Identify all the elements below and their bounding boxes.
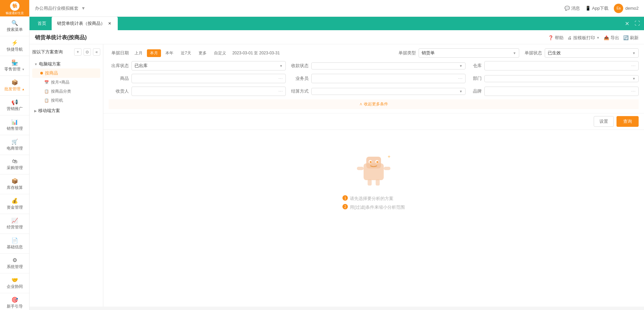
receiver-dots[interactable]: ···	[278, 88, 283, 94]
warehouse-label: 仓库	[468, 63, 482, 69]
warehouse-dots[interactable]: ···	[631, 63, 636, 69]
settings-button[interactable]: 设置	[594, 116, 614, 127]
out-status-select[interactable]: 已出库 ▼	[131, 61, 286, 70]
sidebar-item-inventory[interactable]: 📦 库存核算	[0, 174, 29, 194]
sidebar-item-newbie[interactable]: 🎯 新手引导	[0, 293, 29, 310]
filter-collapse-button[interactable]: «	[93, 48, 100, 56]
filter-settings-button[interactable]: ⊙	[84, 48, 91, 56]
export-button[interactable]: 📤 导出	[604, 35, 619, 41]
sidebar-item-retail[interactable]: 🏪 零售管理 ▼	[0, 56, 29, 76]
date-btn-more[interactable]: 更多	[196, 49, 210, 57]
sidebar-item-sales[interactable]: 📊 销售管理	[0, 115, 29, 135]
body-area: 按以下方案查询 + ⊙ «	[30, 44, 644, 307]
receiver-select[interactable]: ···	[131, 87, 286, 96]
brand-select[interactable]: ···	[484, 87, 639, 96]
retail-icon: 🏪	[1, 59, 28, 66]
sidebar-items: 🔍 搜索菜单 ⚡ 快捷导航 🏪 零售管理 ▼ 📦 批发管理 ▲ 📢 营销推广 📊…	[0, 16, 29, 310]
tab-home[interactable]: 首页	[32, 17, 52, 30]
print-button[interactable]: 🖨 按模板打印 ▼	[568, 35, 600, 41]
doc-status-select[interactable]: 已生效 ▼	[545, 48, 639, 58]
filter-row-3: 商品 ··· 业务员 ··· 部门	[109, 74, 639, 83]
app-dropdown-arrow[interactable]: ▼	[81, 6, 86, 11]
print-dropdown[interactable]: ▼	[596, 36, 600, 40]
svg-point-5	[376, 161, 378, 163]
tree-item-by-driver[interactable]: 📋 按司机	[32, 96, 100, 105]
product-dots[interactable]: ···	[278, 75, 283, 82]
sidebar-item-basics[interactable]: 📄 基础信息	[0, 234, 29, 254]
warehouse-select[interactable]: ···	[484, 61, 639, 70]
date-btn-custom[interactable]: 自定义	[211, 49, 229, 57]
salesperson-select[interactable]: ···	[311, 74, 466, 83]
operations-icon: 📈	[1, 217, 28, 224]
sidebar-item-ecommerce[interactable]: 🛒 电商管理	[0, 135, 29, 155]
sidebar-item-system[interactable]: ⚙ 系统管理	[0, 254, 29, 273]
svg-text:✦: ✦	[387, 154, 391, 159]
query-button[interactable]: 查询	[616, 116, 639, 127]
quicknav-icon: ⚡	[1, 40, 28, 46]
finance-icon: 💰	[1, 198, 28, 204]
product-select[interactable]: ···	[131, 74, 286, 83]
empty-state: ✦ 1 请先选择要分析的方案 2 用[过滤]条件来缩小分析范围	[103, 130, 644, 232]
dept-arrow: ▼	[632, 77, 636, 81]
doc-type-select[interactable]: 销货单 ▼	[419, 48, 519, 58]
hint-num-1: 1	[342, 195, 348, 201]
calendar-icon: 📅	[44, 80, 49, 85]
right-panel: 单据日期 上月 本月 本年 近7天 更多 自定义 20	[103, 44, 644, 307]
sidebar-item-wholesale[interactable]: 📦 批发管理 ▲	[0, 76, 29, 96]
svg-rect-9	[376, 179, 380, 186]
app-download-action[interactable]: 📱 App下载	[585, 5, 608, 11]
out-status-label: 出库状态	[109, 63, 129, 69]
topbar: 办公用品行业模拟账套 ▼ 💬 消息 📱 App下载 Ea demo2	[30, 0, 644, 17]
tree-arrow-right: ▶	[34, 109, 37, 113]
tab-expand-button[interactable]: ⛶	[633, 19, 641, 28]
user-menu[interactable]: Ea demo2	[614, 4, 639, 13]
sidebar-item-quicknav[interactable]: ⚡ 快捷导航	[0, 36, 29, 56]
date-btn-this-month[interactable]: 本月	[147, 49, 161, 57]
filter-panel-icons: + ⊙ «	[74, 48, 100, 56]
sidebar-item-search[interactable]: 🔍 搜索菜单	[0, 16, 29, 36]
dept-label: 部门	[468, 75, 482, 82]
filter-add-button[interactable]: +	[74, 48, 82, 56]
date-btn-this-year[interactable]: 本年	[162, 49, 176, 57]
main-panel: 办公用品行业模拟账套 ▼ 💬 消息 📱 App下载 Ea demo2 首页	[30, 0, 644, 310]
help-button[interactable]: ❓ 帮助	[548, 35, 564, 41]
tree-group-mobile: ▶ 移动端方案	[32, 106, 100, 115]
sidebar-item-purchase[interactable]: 🛍 采购管理	[0, 155, 29, 174]
payment-method-arrow: ▼	[459, 90, 463, 93]
salesperson-dots[interactable]: ···	[458, 75, 463, 82]
sidebar-item-collab[interactable]: 🤝 企业协同	[0, 273, 29, 293]
tree-item-by-product[interactable]: 按商品	[32, 68, 100, 78]
tree-group-mobile-header[interactable]: ▶ 移动端方案	[32, 106, 100, 115]
collab-icon: 🤝	[1, 277, 28, 283]
date-value: 上月 本月 本年 近7天 更多 自定义 2023-03-01 至 2023-03…	[131, 49, 393, 57]
payment-method-select[interactable]: ▼	[311, 88, 466, 95]
empty-hint-1: 1 请先选择要分析的方案	[342, 194, 405, 202]
filter-row-1: 单据日期 上月 本月 本年 近7天 更多 自定义 20	[109, 48, 639, 58]
purchase-icon: 🛍	[1, 158, 28, 164]
sidebar-item-marketing[interactable]: 📢 营销推广	[0, 96, 29, 115]
date-btn-7days[interactable]: 近7天	[178, 49, 194, 57]
refresh-button[interactable]: 🔄 刷新	[623, 35, 639, 41]
inventory-icon: 📦	[1, 178, 28, 184]
message-action[interactable]: 💬 消息	[565, 5, 580, 11]
collapse-bar[interactable]: ∧ 收起更多条件	[109, 99, 639, 109]
tree-group-desktop-header[interactable]: ▼ 电脑端方案	[32, 60, 100, 68]
tab-sales-stats[interactable]: 销货单统计表（按商品） ✕	[52, 17, 118, 30]
brand-dots[interactable]: ···	[631, 88, 636, 94]
logo-subtitle: 畅捷通好生意	[6, 11, 24, 15]
retail-arrow: ▼	[22, 68, 25, 71]
app-title: 办公用品行业模拟账套	[35, 5, 78, 11]
date-btn-last-month[interactable]: 上月	[131, 49, 146, 57]
download-icon: 📱	[585, 6, 591, 11]
filter-panel-title: 按以下方案查询	[32, 49, 63, 55]
hint-num-2: 2	[342, 204, 348, 209]
payment-select[interactable]: ▼	[311, 62, 466, 69]
tree-item-by-month-product[interactable]: 📅 按月+商品	[32, 78, 100, 87]
dept-select[interactable]: ▼	[484, 75, 639, 82]
sidebar-item-finance[interactable]: 💰 资金管理	[0, 194, 29, 214]
sidebar-item-operations[interactable]: 📈 经营管理	[0, 214, 29, 234]
tree-item-by-category[interactable]: 📋 按商品分类	[32, 87, 100, 96]
tab-close-all-button[interactable]: ✕	[624, 19, 631, 28]
empty-hint-2: 2 用[过滤]条件来缩小分析范围	[342, 203, 405, 210]
tab-close-button[interactable]: ✕	[107, 21, 112, 26]
